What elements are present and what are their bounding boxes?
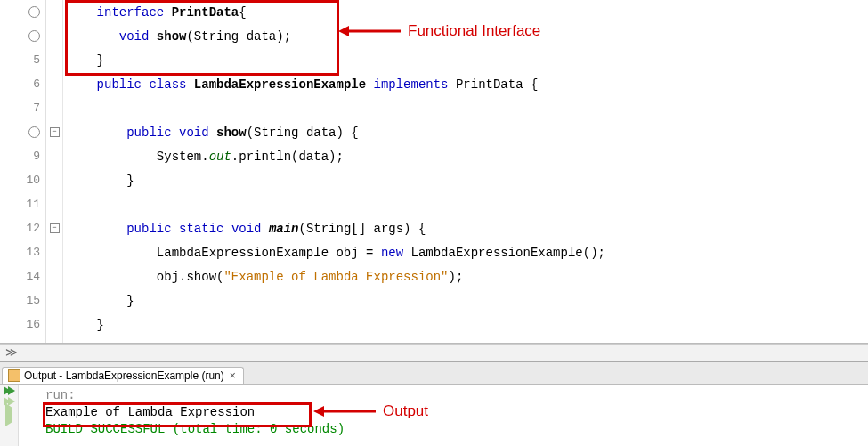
keyword: implements — [374, 77, 449, 92]
keyword: new — [381, 246, 403, 260]
code-text: LambdaExpressionExample obj = — [157, 246, 381, 260]
method-name: show — [216, 126, 247, 140]
brace: { — [239, 5, 246, 20]
code-text: (String data) { — [247, 126, 359, 140]
code-editor[interactable]: 5 6 7 9 10 11 12 13 14 15 16 − − interfa… — [0, 0, 868, 344]
override-icon — [28, 6, 40, 18]
brace: } — [126, 174, 134, 188]
breadcrumb-bar[interactable]: ≫ — [0, 344, 868, 361]
keyword: interface — [97, 5, 165, 20]
string-literal: "Example of Lambda Expression" — [223, 270, 448, 284]
keyword: static — [179, 222, 223, 236]
brace: } — [97, 53, 104, 68]
run-icon[interactable] — [8, 386, 15, 395]
keyword: public — [97, 77, 142, 92]
run-icon[interactable] — [5, 403, 12, 426]
output-body: run: Example of Lambda Expression BUILD … — [0, 385, 868, 446]
code-text: obj.show( — [157, 270, 224, 284]
keyword: public — [126, 222, 171, 236]
code-text: (String data); — [186, 29, 291, 44]
override-icon — [28, 30, 40, 42]
line-number: 15 — [26, 294, 40, 307]
code-text: PrintData { — [456, 77, 538, 92]
fold-toggle[interactable]: − — [50, 223, 60, 233]
keyword: void — [119, 29, 150, 44]
line-number: 5 — [33, 53, 40, 67]
class-name: LambdaExpressionExample — [194, 77, 366, 92]
method-name: show — [157, 29, 187, 44]
code-area[interactable]: interface PrintData{ void show(String da… — [63, 0, 868, 343]
fold-gutter: − − — [46, 0, 63, 343]
keyword: class — [149, 77, 186, 92]
output-line: run: — [45, 386, 868, 403]
code-text: ); — [449, 270, 464, 284]
fold-toggle[interactable]: − — [50, 127, 60, 137]
line-number: 14 — [26, 270, 40, 283]
field-ref: out — [209, 150, 231, 164]
output-tab[interactable]: Output - LambdaExpressionExample (run) × — [2, 367, 244, 384]
override-icon — [28, 126, 40, 138]
line-number: 7 — [33, 101, 40, 115]
line-number: 16 — [26, 318, 40, 331]
output-line: BUILD SUCCESSFUL (total time: 0 seconds) — [45, 420, 868, 437]
output-panel: Output - LambdaExpressionExample (run) ×… — [0, 361, 868, 446]
brace: } — [126, 294, 134, 308]
code-text: .println(data); — [231, 150, 344, 164]
output-tab-title: Output - LambdaExpressionExample (run) — [24, 369, 224, 382]
method-name: main — [269, 222, 299, 236]
line-number: 10 — [26, 174, 40, 187]
output-tab-icon — [8, 369, 20, 382]
keyword: void — [231, 222, 262, 236]
line-number: 12 — [26, 222, 40, 235]
brace: } — [97, 318, 104, 332]
line-number: 13 — [26, 246, 40, 259]
code-text: (String[] args) { — [299, 222, 426, 236]
output-text-area[interactable]: run: Example of Lambda Expression BUILD … — [19, 385, 868, 446]
output-tab-row: Output - LambdaExpressionExample (run) × — [0, 362, 868, 385]
output-gutter — [0, 385, 19, 446]
line-number: 6 — [33, 77, 40, 91]
line-number: 11 — [26, 198, 40, 211]
keyword: void — [179, 126, 209, 140]
line-number: 9 — [33, 150, 40, 163]
line-number-gutter: 5 6 7 9 10 11 12 13 14 15 16 — [0, 0, 46, 343]
keyword: public — [126, 126, 171, 140]
code-text: LambdaExpressionExample(); — [403, 246, 605, 260]
close-icon[interactable]: × — [228, 369, 238, 382]
type-name: PrintData — [172, 5, 239, 20]
output-line: Example of Lambda Expression — [45, 403, 868, 420]
breadcrumb-chevrons-icon[interactable]: ≫ — [5, 345, 18, 360]
code-text: System. — [157, 150, 209, 164]
